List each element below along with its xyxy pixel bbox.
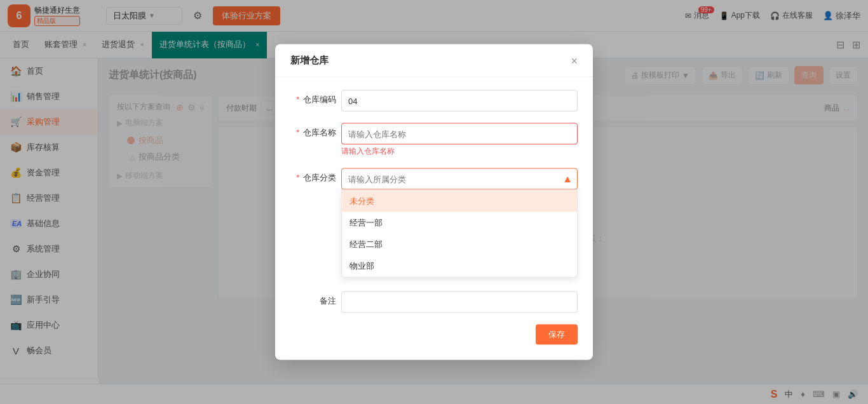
- dropdown-option-uncategorized[interactable]: 未分类: [342, 191, 577, 212]
- remark-label: 备注: [290, 292, 341, 307]
- code-field: [341, 90, 578, 112]
- remark-input[interactable]: [341, 292, 578, 313]
- modal-title: 新增仓库: [290, 55, 329, 67]
- category-label: * 仓库分类: [290, 168, 341, 184]
- modal-body: * 仓库编码 * 仓库名称 请输入仓库名称 * 仓库分类: [275, 77, 593, 313]
- code-required-mark: *: [296, 95, 299, 104]
- name-label: * 仓库名称: [290, 123, 341, 138]
- modal-header: 新增仓库 ×: [275, 44, 593, 77]
- name-required-mark: *: [296, 128, 299, 137]
- dropdown-option-operations1[interactable]: 经营一部: [342, 212, 577, 234]
- add-warehouse-modal: 新增仓库 × * 仓库编码 * 仓库名称 请输入仓库名称: [275, 44, 593, 360]
- category-input[interactable]: [341, 168, 578, 190]
- name-field: 请输入仓库名称: [341, 123, 578, 157]
- form-row-name: * 仓库名称 请输入仓库名称: [290, 123, 578, 157]
- name-error-message: 请输入仓库名称: [341, 146, 578, 157]
- dropdown-option-operations2[interactable]: 经营二部: [342, 234, 577, 255]
- form-row-remark: 备注: [290, 292, 578, 313]
- category-input-wrapper: ▲: [341, 168, 578, 190]
- save-button[interactable]: 保存: [536, 325, 578, 345]
- category-toggle-icon[interactable]: ▲: [562, 173, 573, 185]
- name-input[interactable]: [341, 123, 578, 145]
- form-row-category: * 仓库分类 ▲ 未分类 经营一部 经营二部: [290, 168, 578, 190]
- code-input[interactable]: [341, 90, 578, 112]
- form-row-code: * 仓库编码: [290, 90, 578, 112]
- modal-footer: 保存: [275, 325, 593, 345]
- category-dropdown: 未分类 经营一部 经营二部 物业部: [341, 190, 578, 278]
- modal-close-button[interactable]: ×: [571, 55, 578, 66]
- category-field: ▲ 未分类 经营一部 经营二部 物业部: [341, 168, 578, 190]
- code-label: * 仓库编码: [290, 90, 341, 105]
- dropdown-option-property[interactable]: 物业部: [342, 255, 577, 277]
- category-required-mark: *: [296, 173, 299, 182]
- remark-field: [341, 292, 578, 313]
